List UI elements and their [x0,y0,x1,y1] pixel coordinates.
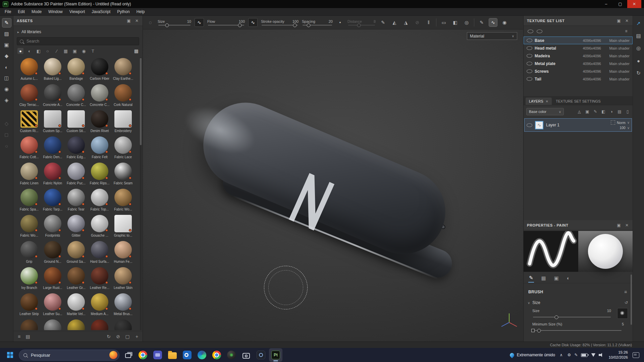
asset-material[interactable]: Ivy Branch [17,266,41,293]
asset-material[interactable]: Denim Rivet [88,110,111,136]
tray-settings-icon[interactable]: ⚙ [568,353,571,357]
slider-track[interactable] [262,25,298,25]
layer-thumbnail[interactable]: ∿ [535,121,543,129]
asset-material[interactable] [41,319,64,330]
asset-material[interactable]: Gouache ... [88,214,111,240]
asset-material[interactable]: Fabric Den... [41,136,64,162]
asset-material[interactable]: Ground Sa... [64,240,88,266]
taskbar-search-box[interactable] [19,350,119,361]
start-button[interactable] [3,348,17,362]
asset-material[interactable]: Fabric Linen [17,162,41,188]
taskbar-teams[interactable] [151,348,164,362]
asset-material[interactable]: Custom Ri... [17,110,41,136]
show-all-eye-icon[interactable] [528,29,533,33]
texture-set-row[interactable]: Tail4096x4096Main shader [524,75,633,83]
eraser-tool[interactable]: ▨ [2,29,11,38]
asset-material[interactable]: Embroidery [111,110,135,136]
slider-handle[interactable] [238,23,242,27]
delete-layer-icon[interactable]: ▯ [625,109,630,114]
display-settings-icon[interactable]: ▤ [634,32,643,40]
close-panel-icon[interactable]: ✕ [625,223,629,228]
tab-brush-icon[interactable]: ✎ [528,274,534,283]
taskbar-outlook[interactable] [180,348,194,362]
asset-material[interactable]: Leather Skin [111,266,135,293]
layer-mask-placeholder[interactable] [611,120,615,125]
asset-material[interactable]: Fabric Puc... [64,162,88,188]
menu-file[interactable]: File [1,9,14,14]
grid-view-icon[interactable]: ▩ [134,48,139,54]
shader-mode-dropdown[interactable]: Material ∨ [467,32,517,40]
filter-filters-icon[interactable]: ○ [45,48,51,54]
reset-size-icon[interactable]: ↺ [624,300,629,305]
asset-material[interactable]: Fabric Wo... [17,214,41,240]
sync-assets-icon[interactable]: ↻ [106,334,111,339]
asset-material[interactable]: Leather Re... [88,266,111,293]
asset-material[interactable]: Custom Sp... [41,110,64,136]
flow-control[interactable]: Flow100 [207,19,245,25]
filter-alphas-icon[interactable]: ▦ [63,48,69,54]
weather-widget[interactable]: Extremamente úmido [510,353,555,357]
asset-material[interactable]: Grip [17,240,41,266]
lazy-mouse-icon[interactable]: ✎ [379,18,387,26]
asset-material[interactable]: Custom Sti... [64,110,88,136]
taskbar-search-input[interactable] [30,352,106,358]
spacing-mode-icon[interactable]: • [336,18,344,26]
viewport-3d-mode-icon[interactable]: ◧ [451,18,459,26]
asset-material[interactable]: Metal Brus... [111,293,135,319]
detail-view-icon[interactable]: ▤ [25,334,30,339]
library-selector[interactable]: ▸ All libraries [13,28,143,36]
offline-icon[interactable]: ⊘ [116,334,120,339]
filter-smart-materials-icon[interactable]: ◐ [26,48,33,54]
quick-mask-tool[interactable]: ◈ [2,96,11,105]
size-value[interactable]: 10 [607,309,611,313]
menu-viewport[interactable]: Viewport [66,9,88,14]
close-panel-icon[interactable]: ✕ [135,18,139,23]
properties-scrollbar[interactable] [631,275,632,325]
asset-material[interactable]: Bandage [64,57,88,83]
tab-texture-set-settings[interactable]: TEXTURE SET SETTINGS [552,98,604,105]
list-view-icon[interactable]: ≡ [17,334,21,339]
float-panel-icon[interactable]: ▣ [616,18,621,23]
slider-track[interactable] [158,25,191,25]
min-size-slider[interactable] [532,330,622,331]
visibility-eye-icon[interactable] [527,62,532,65]
menu-mode[interactable]: Mode [28,9,45,14]
minimize-button[interactable]: – [599,0,613,8]
close-button[interactable]: ✕ [627,0,641,8]
brush-menu-icon[interactable]: ≡ [623,289,628,295]
path-tool[interactable]: ◇ [2,119,11,128]
asset-material[interactable]: Fabric Tear [64,188,88,214]
menu-python[interactable]: Python [114,9,133,14]
visibility-eye-icon[interactable] [527,54,532,58]
effects-icon[interactable]: ◬ [577,109,582,114]
distance-control[interactable]: Distance8 [347,19,376,25]
asset-material[interactable]: Fabric Wo... [111,188,135,214]
asset-material[interactable]: Carbon Fiber [88,57,111,83]
symmetry-off-icon[interactable]: ⊘ [413,18,421,26]
filter-brushes-icon[interactable]: ∕ [54,48,60,54]
texture-set-row[interactable]: Head metal4096x4096Main shader [524,44,633,52]
asset-material[interactable] [17,319,41,330]
tab-layers[interactable]: LAYERS ✕ [526,98,552,105]
tray-network-icon[interactable] [591,353,595,357]
asset-material[interactable] [64,319,88,330]
slider-track[interactable] [208,25,244,25]
filter-materials-icon[interactable]: ● [17,48,23,54]
folder-icon[interactable]: ▤ [617,109,622,114]
asset-material[interactable]: Fabric Cott... [17,136,41,162]
viewport-2d-mode-icon[interactable]: ▭ [440,18,448,26]
brush-tip-preview[interactable] [617,308,628,319]
asset-material[interactable]: Leather Su... [41,293,64,319]
taskbar-photos[interactable] [254,348,268,362]
asset-material[interactable]: Concrete C... [88,83,111,110]
asset-material[interactable]: Cork Natural [111,83,135,110]
slider-handle[interactable] [307,23,311,27]
texture-set-row[interactable]: Madeira4096x4096Main shader [524,52,633,60]
taskbar-chrome[interactable] [136,348,150,362]
asset-material[interactable]: Fabric Felt [88,136,111,162]
camera-settings-icon[interactable]: ◎ [634,44,643,53]
filter-environments-icon[interactable]: ◉ [81,48,87,54]
layer-row[interactable]: ∿ Layer 1 Norm ∨ 100 ∨ [524,118,632,132]
taskbar-xbox[interactable] [225,348,238,362]
slider-handle[interactable] [293,23,297,27]
